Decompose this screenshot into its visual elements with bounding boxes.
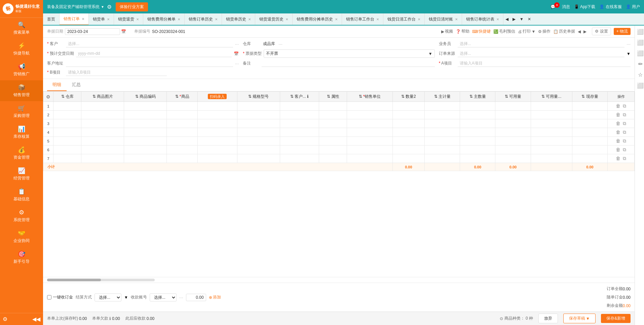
- row-7-attribute[interactable]: [319, 154, 347, 163]
- amount-input[interactable]: [186, 294, 206, 301]
- tab-close-order-history[interactable]: ✕: [215, 17, 218, 21]
- save-draft-btn[interactable]: 保存草稿 ▼: [563, 314, 596, 323]
- tab-prev-btn[interactable]: ◀: [503, 13, 510, 25]
- customer-addr-input[interactable]: [66, 60, 233, 67]
- row-1-delete-icon[interactable]: 🗑: [616, 103, 620, 109]
- message-icon[interactable]: 💬9 消息: [551, 4, 570, 10]
- row-6-spec[interactable]: [237, 146, 280, 154]
- view-video-btn[interactable]: ▶ 视频: [441, 29, 453, 34]
- tab-close-slip-history[interactable]: ✕: [248, 17, 251, 21]
- detail-tab-detail[interactable]: 明细: [47, 79, 67, 91]
- profit-btn[interactable]: 💹 毛利预估: [493, 29, 515, 34]
- one-click-checkbox[interactable]: [47, 295, 51, 299]
- settings-bottom-icon[interactable]: ⚙: [3, 316, 7, 322]
- tab-next-btn[interactable]: ▶: [510, 13, 518, 25]
- row-7-main-qty[interactable]: [460, 154, 495, 163]
- row-3-customer-code[interactable]: [280, 119, 319, 128]
- tab-return[interactable]: 销货退货 ✕: [114, 13, 143, 25]
- row-7-copy-icon[interactable]: ⧉: [623, 156, 626, 161]
- salesperson-input[interactable]: [458, 40, 625, 47]
- tab-sales-slip[interactable]: 销货单 ✕: [89, 13, 114, 25]
- row-1-customer-code[interactable]: [280, 102, 319, 111]
- add-payment-btn[interactable]: ⊕ 添加: [209, 294, 221, 300]
- tab-expense-history[interactable]: 销售费用分摊单历史 ✕: [293, 13, 342, 25]
- sidebar-item-sales[interactable]: 📦 销售管理: [0, 80, 43, 101]
- row-7-delete-icon[interactable]: 🗑: [616, 156, 620, 161]
- tab-daily-workbench[interactable]: 钱货日清工作台 ✕: [383, 13, 425, 25]
- warehouse-dots-btn[interactable]: ···: [278, 41, 282, 47]
- row-4-delete-icon[interactable]: 🗑: [616, 129, 620, 135]
- sidebar-item-inventory[interactable]: 📊 库存核算: [0, 122, 43, 143]
- help-btn[interactable]: ❓ 帮助: [456, 29, 469, 34]
- row-2-copy-icon[interactable]: ⧉: [623, 112, 626, 117]
- row-4-spec[interactable]: [237, 128, 280, 137]
- row-2-product[interactable]: [167, 111, 198, 119]
- tab-close-all-btn[interactable]: ✕: [526, 13, 533, 25]
- account-select[interactable]: 选择...: [150, 293, 177, 301]
- tab-order-history[interactable]: 销售订单历史 ✕: [185, 13, 222, 25]
- solution-btn[interactable]: 体验行业方案: [116, 2, 148, 11]
- row-7-qty2[interactable]: [392, 154, 425, 163]
- date-input[interactable]: [65, 28, 120, 35]
- save-new-btn[interactable]: 保存&新增: [601, 314, 631, 323]
- payment-method-select[interactable]: 选择...: [94, 293, 121, 301]
- row-2-main-qty[interactable]: [460, 111, 495, 119]
- row-5-main-qty[interactable]: [460, 137, 495, 146]
- tab-close-workbench[interactable]: ✕: [376, 17, 379, 21]
- tab-close-expense-history[interactable]: ✕: [335, 17, 338, 21]
- row-6-attribute[interactable]: [319, 146, 347, 154]
- horizontal-scrollbar[interactable]: [47, 279, 155, 281]
- collapse-bottom-icon[interactable]: ◀◀: [32, 316, 40, 322]
- row-1-code[interactable]: [124, 102, 167, 111]
- tab-sales-order[interactable]: 销售订单 ✕: [60, 13, 89, 25]
- tab-workbench[interactable]: 销售订单工作台 ✕: [342, 13, 383, 25]
- row-6-unit[interactable]: [347, 146, 392, 154]
- right-icon-1[interactable]: ⬜: [636, 27, 644, 36]
- sidebar-item-operations[interactable]: 📈 经营管理: [0, 164, 43, 185]
- invoice-type-select[interactable]: 不开票 ▼: [264, 49, 434, 58]
- record-nav-next[interactable]: ▶: [583, 29, 586, 34]
- tab-close-stats[interactable]: ✕: [496, 17, 499, 21]
- customer-dots-btn[interactable]: ···: [235, 41, 239, 47]
- row-2-customer-code[interactable]: [280, 111, 319, 119]
- delivery-calendar-icon[interactable]: 📅: [234, 51, 239, 56]
- row-1-attribute[interactable]: [319, 102, 347, 111]
- row-3-qty2[interactable]: [392, 119, 425, 128]
- row-7-spec[interactable]: [237, 154, 280, 163]
- row-4-product[interactable]: [167, 128, 198, 137]
- row-7-code[interactable]: [124, 154, 167, 163]
- right-icon-star[interactable]: ☆: [636, 70, 644, 79]
- tab-home[interactable]: 首页: [43, 13, 60, 25]
- row-4-customer-code[interactable]: [280, 128, 319, 137]
- row-4-unit[interactable]: [347, 128, 392, 137]
- row-7-product[interactable]: [167, 154, 198, 163]
- row-2-attribute[interactable]: [319, 111, 347, 119]
- discard-btn[interactable]: 放弃: [538, 314, 558, 323]
- sidebar-item-basic[interactable]: 📋 基础信息: [0, 185, 43, 205]
- order-source-input[interactable]: [458, 50, 624, 57]
- row-2-delete-icon[interactable]: 🗑: [616, 112, 620, 117]
- tab-close-return[interactable]: ✕: [136, 17, 139, 21]
- row-6-copy-icon[interactable]: ⧉: [623, 147, 626, 152]
- row-1-qty2[interactable]: [392, 102, 425, 111]
- sidebar-item-quick[interactable]: ⚡ 快捷导航: [0, 39, 43, 59]
- tab-close-return-history[interactable]: ✕: [286, 17, 288, 21]
- row-1-spec[interactable]: [237, 102, 280, 111]
- row-6-delete-icon[interactable]: 🗑: [616, 147, 620, 152]
- row-7-customer-code[interactable]: [280, 154, 319, 163]
- scan-btn[interactable]: 扫码录入: [208, 94, 227, 99]
- right-icon-pencil[interactable]: ✏: [636, 59, 644, 69]
- detail-tab-summary[interactable]: 汇总: [67, 79, 86, 91]
- sidebar-item-collab[interactable]: 🤝 企业协同: [0, 226, 43, 247]
- tab-close-sales-order[interactable]: ✕: [82, 17, 84, 21]
- tab-expense[interactable]: 销售费用分摊单 ✕: [143, 13, 185, 25]
- row-5-customer-code[interactable]: [280, 137, 319, 146]
- app-download-link[interactable]: 📱 App下载: [574, 4, 595, 10]
- row-6-qty2[interactable]: [392, 146, 425, 154]
- tab-return-history[interactable]: 销货退货历史 ✕: [255, 13, 293, 25]
- delivery-date-input[interactable]: [76, 50, 232, 57]
- b-project-input[interactable]: [66, 69, 167, 76]
- row-1-product[interactable]: [167, 102, 198, 111]
- history-btn[interactable]: 📋 历史单据: [553, 29, 575, 34]
- row-5-code[interactable]: [124, 137, 167, 146]
